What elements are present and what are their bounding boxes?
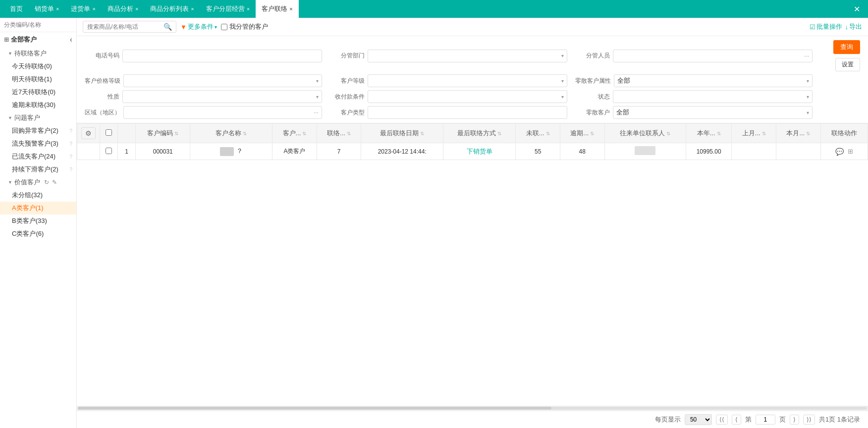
sort-icon-code: ⇅: [174, 131, 178, 136]
filter-label-nature: 性质: [85, 93, 119, 101]
page-number-input[interactable]: [756, 415, 775, 425]
nav-home[interactable]: 首页: [4, 4, 29, 13]
sort-icon-contact: ⇅: [347, 131, 351, 136]
filter-search-input[interactable]: [87, 23, 162, 30]
sidebar-item-churned-label: 已流失客户(24): [12, 152, 55, 161]
filter-payment-select[interactable]: ▾: [368, 90, 567, 103]
first-page-button[interactable]: ⟨⟨: [716, 415, 728, 425]
batch-operation-button[interactable]: ☑ 批量操作: [810, 22, 842, 31]
sidebar-item-churn-warning-label: 流失预警客户(3): [12, 139, 58, 148]
filter-person-select[interactable]: ···: [613, 50, 813, 62]
nav-tab-customercontact[interactable]: 客户联络 ×: [256, 0, 298, 18]
sidebar-item-c-class-label: C类客户(6): [12, 229, 44, 238]
nav-tab-productlist-close[interactable]: ×: [191, 6, 194, 12]
sidebar-item-churned[interactable]: 已流失客户(24) ?: [0, 150, 76, 163]
chevron-down-icon-retail: ▾: [807, 78, 809, 84]
sidebar-item-overdue[interactable]: 逾期未联络(30): [0, 99, 76, 111]
horizontal-scrollbar[interactable]: [77, 406, 868, 411]
sidebar-search-input[interactable]: [4, 21, 77, 28]
th-index: [118, 124, 136, 143]
filter-status-select[interactable]: ▾: [613, 90, 813, 103]
td-code: 000031: [136, 143, 190, 160]
sidebar-item-declining[interactable]: 持续下滑客户(2) ?: [0, 163, 76, 176]
table-select-all-checkbox[interactable]: [106, 129, 112, 136]
chevron-down-icon-dept: ▾: [561, 53, 564, 58]
sidebar-item-tomorrow[interactable]: 明天待联络(1): [0, 73, 76, 86]
filter-retail-select[interactable]: 全部 ▾: [613, 106, 813, 119]
th-last-contact-method: 最后联络方式⇅: [443, 124, 516, 143]
chevron-down-icon-nature: ▾: [316, 94, 319, 100]
setting-button[interactable]: 设置: [835, 58, 860, 71]
row-checkbox[interactable]: [106, 148, 112, 154]
export-label: 导出: [849, 22, 862, 31]
nav-tab-purchaseorder[interactable]: 进货单 ×: [65, 0, 101, 18]
filter-customertype-select[interactable]: [368, 106, 567, 119]
nav-tab-customersegment[interactable]: 客户分层经营 ×: [200, 0, 256, 18]
filter-cell-payment: 收付款条件 ▾: [330, 90, 575, 103]
table-settings-button[interactable]: ⚙: [81, 127, 96, 139]
sidebar-group-pending[interactable]: ▼ 待联络客户: [0, 47, 76, 60]
query-button[interactable]: 查询: [833, 40, 860, 54]
export-button[interactable]: ↓ 导出: [845, 22, 863, 31]
nav-tab-purchaseorder-close[interactable]: ×: [92, 6, 95, 12]
th-last-contact-method-label: 最后联络方式: [457, 129, 496, 138]
filter-cell-phone: 电话号码: [85, 50, 330, 62]
filter-retail-attr-select[interactable]: 全部 ▾: [614, 74, 813, 87]
prev-page-button[interactable]: ⟨: [732, 415, 741, 425]
refresh-icon[interactable]: ↻: [44, 179, 49, 186]
th-name: 客户名称⇅: [190, 124, 272, 143]
nav-tab-salesorder-close[interactable]: ×: [56, 6, 59, 12]
filter-cell-status: 状态 ▾: [575, 90, 820, 103]
sidebar-item-a-class[interactable]: A类客户(1): [0, 202, 76, 214]
chevron-down-icon-clevel: ▾: [561, 78, 564, 84]
last-contact-method-link[interactable]: 下销货单: [467, 148, 492, 155]
nav-tab-productanalysis-close[interactable]: ×: [135, 6, 138, 12]
filter-row-1: 电话号码 分管部门 ▾ 分管人员 ···: [85, 40, 860, 71]
sidebar-item-7days[interactable]: 近7天待联络(0): [0, 86, 76, 99]
nav-tab-customersegment-close[interactable]: ×: [247, 6, 250, 12]
sidebar-item-churn-warning[interactable]: 流失预警客户(3) ?: [0, 137, 76, 150]
filter-region-select[interactable]: ···: [123, 106, 322, 119]
td-last-month: [732, 143, 776, 160]
nav-tab-productanalysis-label: 商品分析: [108, 4, 133, 13]
chat-icon[interactable]: 💬: [835, 148, 844, 156]
filter-nature-select[interactable]: ▾: [122, 90, 322, 103]
sidebar-item-today[interactable]: 今天待联络(0): [0, 60, 76, 73]
sidebar-item-repurchase-abnormal[interactable]: 回购异常客户(2) ?: [0, 124, 76, 137]
sidebar-item-unclassified-label: 未分组(32): [12, 191, 43, 200]
filter-dept-select[interactable]: ▾: [368, 50, 567, 62]
td-unit-contact: [604, 143, 686, 160]
th-unit-contact-label: 往来单位联系人: [620, 129, 665, 138]
sidebar-item-c-class[interactable]: C类客户(6): [0, 227, 76, 240]
nav-tab-salesorder[interactable]: 销货单 ×: [29, 0, 65, 18]
th-this-year-label: 本年...: [697, 129, 715, 138]
td-this-month: [776, 143, 821, 160]
main-layout: 🔍 ⊞ 全部客户 ‹ ▼ 待联络客户 今天待联络(0) 明天待联络(1) 近7天…: [0, 18, 868, 428]
filter-cell-customertype: 客户类型: [330, 106, 575, 119]
sidebar-item-unclassified[interactable]: 未分组(32): [0, 189, 76, 202]
next-page-button[interactable]: ⟩: [790, 415, 799, 425]
export-icon: ↓: [845, 23, 849, 31]
filter-search-icon[interactable]: 🔍: [163, 23, 172, 31]
filter-more-button[interactable]: ▼ 更多条件 ▾: [180, 22, 217, 31]
sidebar-group-value[interactable]: ▼ 价值客户 ↻ ✎: [0, 176, 76, 189]
sidebar-group-problem[interactable]: ▼ 问题客户: [0, 111, 76, 124]
close-all-button[interactable]: ✕: [850, 4, 864, 14]
nav-tab-productanalysis[interactable]: 商品分析 ×: [102, 0, 144, 18]
edit-icon[interactable]: ✎: [52, 179, 57, 186]
last-page-button[interactable]: ⟩⟩: [803, 415, 815, 425]
qr-icon[interactable]: ⊞: [848, 148, 853, 155]
my-customers-checkbox-container[interactable]: 我分管的客户: [221, 22, 268, 31]
nav-tab-customercontact-close[interactable]: ×: [289, 6, 292, 12]
table-area: ⚙ 客户编码⇅ 客户名称⇅: [77, 123, 868, 428]
per-page-select[interactable]: 50 100 200: [685, 414, 712, 425]
filter-pricelevel-select[interactable]: ▾: [123, 74, 322, 87]
sidebar-collapse-button[interactable]: ‹: [70, 35, 72, 44]
table-header-row: ⚙ 客户编码⇅ 客户名称⇅: [77, 124, 868, 143]
filter-phone-input[interactable]: [122, 50, 322, 62]
sidebar-item-b-class[interactable]: B类客户(33): [0, 214, 76, 227]
my-customers-checkbox[interactable]: [221, 24, 227, 30]
filter-customerlevel-select[interactable]: ▾: [368, 74, 567, 87]
sidebar-all-customers[interactable]: ⊞ 全部客户 ‹: [0, 32, 76, 47]
nav-tab-productlist[interactable]: 商品分析列表 ×: [144, 0, 200, 18]
